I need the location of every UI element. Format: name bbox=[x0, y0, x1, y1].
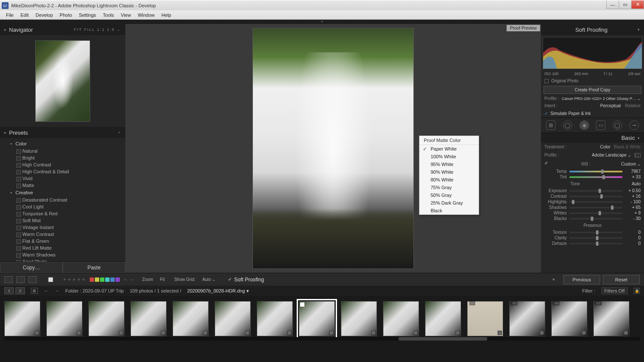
create-proof-copy-button[interactable]: Create Proof Copy bbox=[544, 86, 641, 94]
dehaze-slider[interactable]: Dehaze 0 bbox=[541, 241, 644, 246]
slider-track[interactable] bbox=[569, 207, 623, 208]
preset-item[interactable]: High Contrast bbox=[0, 161, 125, 168]
filmstrip-thumbnail[interactable] bbox=[131, 301, 167, 336]
compare-icon[interactable] bbox=[28, 276, 37, 283]
clarity-slider[interactable]: Clarity 0 bbox=[541, 235, 644, 241]
context-menu-item[interactable]: 90% White bbox=[419, 168, 479, 176]
rating-stars[interactable]: ★★★★★ bbox=[63, 277, 86, 282]
chevron-down-icon[interactable]: ▾ bbox=[321, 20, 323, 24]
preset-item[interactable]: Vintage Instant bbox=[0, 224, 125, 231]
histogram[interactable] bbox=[543, 37, 642, 69]
profile-browser-icon[interactable] bbox=[635, 153, 641, 157]
preset-item[interactable]: Soft Mist bbox=[0, 217, 125, 224]
filmstrip-thumbnail[interactable] bbox=[88, 301, 125, 336]
soft-proofing-toggle[interactable]: ✓ Soft Proofing bbox=[228, 277, 264, 283]
previous-button[interactable]: Previous bbox=[563, 275, 600, 284]
color-swatch[interactable] bbox=[95, 278, 99, 282]
filmstrip-thumbnail[interactable] bbox=[299, 301, 335, 336]
filmstrip-thumbnail[interactable]: 87 bbox=[593, 301, 629, 336]
maximize-button[interactable]: ▭ bbox=[619, 0, 632, 9]
filmstrip-thumbnail[interactable] bbox=[383, 301, 419, 336]
preset-item[interactable]: Matte bbox=[0, 182, 125, 189]
mask-tool-icon[interactable]: ▭ bbox=[596, 121, 605, 130]
navigator-zoom-modes[interactable]: FIT FILL 1:1 1:8 ⌄ bbox=[74, 27, 121, 32]
navigator-header[interactable]: ▸ Navigator FIT FILL 1:1 1:8 ⌄ bbox=[0, 24, 125, 35]
contrast-slider[interactable]: Contrast + 16 bbox=[541, 193, 644, 199]
filmstrip-thumbnail[interactable]: 85 bbox=[509, 301, 545, 336]
preset-item[interactable]: Flat & Green bbox=[0, 238, 125, 244]
filmstrip-thumbnail[interactable] bbox=[341, 301, 377, 336]
crop-tool-icon[interactable]: ⊞ bbox=[546, 121, 556, 130]
preset-group-color[interactable]: Color bbox=[0, 140, 125, 148]
wb-value[interactable]: Custom ⌄ bbox=[621, 162, 641, 166]
chevron-down-icon[interactable]: ▾ bbox=[553, 277, 555, 282]
basic-header[interactable]: Basic ▾ bbox=[541, 133, 644, 143]
showgrid-auto[interactable]: Auto ⌄ bbox=[202, 277, 216, 282]
next-photo-icon[interactable]: → bbox=[130, 277, 134, 282]
softproof-header[interactable]: Soft Proofing ▾ bbox=[541, 24, 644, 35]
fit-label[interactable]: Fit bbox=[160, 277, 165, 282]
close-button[interactable]: ✕ bbox=[631, 0, 644, 9]
slider-track[interactable] bbox=[569, 218, 623, 220]
filmstrip-thumbnail[interactable] bbox=[46, 301, 82, 336]
presets-header[interactable]: ▸ Presets + bbox=[0, 127, 125, 138]
color-swatch[interactable] bbox=[100, 278, 104, 282]
tone-auto-button[interactable]: Auto bbox=[632, 181, 641, 186]
filmstrip-thumbnail[interactable] bbox=[257, 301, 293, 336]
preset-item[interactable]: Turquoise & Red bbox=[0, 210, 125, 217]
menu-help[interactable]: Help bbox=[158, 11, 175, 19]
menu-settings[interactable]: Settings bbox=[76, 11, 100, 19]
filmstrip-thumbnail[interactable]: 84 bbox=[467, 301, 503, 336]
slider-track[interactable] bbox=[569, 237, 623, 239]
back-arrow-icon[interactable]: ← bbox=[44, 288, 49, 293]
intent-relative[interactable]: Relative bbox=[625, 103, 641, 108]
tint-slider[interactable]: Tint + 33 bbox=[541, 174, 644, 180]
filmstrip-thumbnail[interactable] bbox=[425, 301, 461, 336]
original-photo-row[interactable]: Original Photo bbox=[541, 77, 644, 85]
temp-slider[interactable]: Temp 7967 bbox=[541, 169, 644, 174]
context-menu-item[interactable]: 75% Gray bbox=[419, 184, 479, 191]
context-menu-item[interactable]: 100% White bbox=[419, 153, 479, 160]
shadows-slider[interactable]: Shadows + 65 bbox=[541, 205, 644, 210]
brush-tool-icon[interactable]: ⊸ bbox=[629, 121, 639, 130]
menu-photo[interactable]: Photo bbox=[56, 11, 76, 19]
preset-item[interactable]: Bright bbox=[0, 154, 125, 161]
treatment-color[interactable]: Color bbox=[600, 145, 611, 149]
filter-select[interactable]: Filters Off bbox=[601, 287, 628, 294]
slider-track[interactable] bbox=[569, 196, 623, 197]
main-image[interactable] bbox=[252, 28, 414, 269]
slider-track[interactable] bbox=[569, 243, 623, 244]
filmstrip-thumbnail[interactable] bbox=[173, 301, 209, 336]
scrollbar-thumb[interactable] bbox=[398, 337, 487, 341]
paste-button[interactable]: Paste bbox=[63, 262, 125, 273]
forward-arrow-icon[interactable]: → bbox=[55, 288, 59, 293]
slider-track[interactable] bbox=[569, 171, 623, 172]
filmstrip-thumbnail[interactable] bbox=[4, 301, 40, 336]
filmstrip-scrollbar[interactable] bbox=[4, 337, 640, 341]
context-menu-item[interactable]: 50% Gray bbox=[419, 191, 479, 199]
filmstrip-thumbnail[interactable]: 86 bbox=[551, 301, 587, 336]
radial-tool-icon[interactable]: ◯ bbox=[613, 121, 622, 130]
navigator-thumbnail[interactable] bbox=[35, 40, 90, 122]
presets-add-icon[interactable]: + bbox=[118, 130, 121, 135]
menu-develop[interactable]: Develop bbox=[32, 11, 56, 19]
color-swatch[interactable] bbox=[115, 278, 120, 282]
slider-track[interactable] bbox=[569, 176, 623, 178]
context-menu-item[interactable]: 95% White bbox=[419, 160, 479, 168]
flag-icon[interactable] bbox=[48, 277, 53, 282]
preset-item[interactable]: Vivid bbox=[0, 175, 125, 182]
grid-view-icon[interactable]: ⊞ bbox=[31, 288, 38, 294]
preset-item[interactable]: Warm Contrast bbox=[0, 231, 125, 238]
copy-button[interactable]: Copy… bbox=[0, 262, 63, 273]
profile2-row[interactable]: Profile : Adobe Landscape ⌄ bbox=[541, 151, 644, 159]
menu-window[interactable]: Window bbox=[134, 11, 158, 19]
texture-slider[interactable]: Texture 0 bbox=[541, 229, 644, 235]
preset-item[interactable]: Aged Photo bbox=[0, 258, 125, 262]
preset-item[interactable]: Cool Light bbox=[0, 203, 125, 210]
treatment-bw[interactable]: Black & White bbox=[614, 145, 641, 149]
slider-track[interactable] bbox=[569, 212, 623, 214]
context-menu-item[interactable]: 80% White bbox=[419, 176, 479, 184]
slider-track[interactable] bbox=[569, 190, 623, 192]
menu-tools[interactable]: Tools bbox=[100, 11, 118, 19]
whites-slider[interactable]: Whites + 9 bbox=[541, 210, 644, 216]
